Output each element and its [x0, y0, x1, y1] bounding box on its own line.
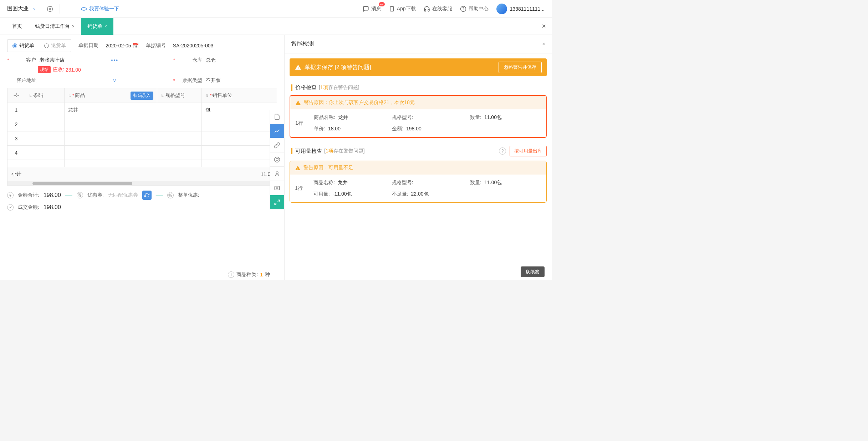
col-unit[interactable]: ⇅*销售单位 [202, 88, 259, 103]
cell[interactable] [157, 146, 202, 160]
stock-warning-body: 1行 商品名称:龙井 规格型号: 数量:11.00包 可用量:-11.00包 不… [290, 175, 546, 202]
col-goods-label: 商品 [75, 92, 85, 99]
cell[interactable] [65, 131, 157, 145]
deal-icon: ✓ [7, 204, 14, 211]
col-spec-label: 规格型号 [165, 92, 185, 99]
help-icon[interactable]: ? [499, 147, 506, 155]
table-row[interactable]: 1 龙井 包 [7, 103, 277, 117]
tab-workbench[interactable]: 钱货日清工作台× [29, 18, 81, 35]
col-barcode[interactable]: ⇅条码 [25, 88, 65, 103]
invoice-label: 票据类型 [177, 77, 202, 84]
cell[interactable] [202, 117, 259, 131]
svg-point-0 [49, 8, 51, 10]
customer-value[interactable]: 老张茶叶店 [40, 57, 111, 63]
username: 13381111111... [510, 6, 545, 12]
settings-gear-icon[interactable] [47, 5, 53, 12]
close-icon[interactable]: × [542, 41, 545, 47]
receivable-label: 应收: [53, 67, 64, 73]
minus-icon: — [65, 191, 72, 199]
cell[interactable] [65, 117, 157, 131]
cell[interactable] [25, 131, 65, 145]
messages-label: 消息 [371, 6, 381, 12]
currency-icon[interactable] [270, 181, 284, 195]
col-settings[interactable] [7, 88, 25, 103]
expand-icon[interactable] [270, 195, 284, 209]
table-row[interactable]: 4 [7, 145, 277, 160]
table-row[interactable]: 2 [7, 117, 277, 131]
warn-reason-text: 可用量不足 [328, 165, 353, 171]
stock-out-button[interactable]: 按可用量出库 [510, 146, 547, 156]
online-service-button[interactable]: 在线客服 [424, 6, 452, 12]
stock-warning-box: 警告原因： 可用量不足 1行 商品名称:龙井 规格型号: 数量:11.00包 可… [290, 161, 547, 203]
app-download-button[interactable]: App下载 [389, 6, 416, 12]
radio-return[interactable]: 退货单 [39, 40, 71, 52]
person-icon[interactable] [270, 167, 284, 181]
goods-kind-suffix: 种 [265, 271, 270, 278]
link-icon[interactable] [270, 138, 284, 152]
warn-reason-label: 警告原因： [303, 165, 328, 171]
col-spec[interactable]: ⇅规格型号 [157, 88, 202, 103]
close-all-icon[interactable]: × [542, 22, 546, 30]
svg-line-13 [275, 203, 276, 204]
table-row[interactable] [7, 160, 277, 167]
doc-icon[interactable] [270, 110, 284, 124]
calendar-icon[interactable]: 📅 [133, 43, 139, 48]
scan-button[interactable]: 扫码录入 [131, 92, 153, 100]
coupon-input[interactable]: 无匹配优惠券 [108, 192, 138, 198]
chart-icon[interactable] [270, 124, 284, 138]
refresh-coupon-button[interactable] [142, 191, 152, 200]
receivable-value: 231.00 [66, 67, 81, 73]
cell[interactable] [25, 117, 65, 131]
close-icon[interactable]: × [72, 24, 75, 29]
messages-button[interactable]: 消息 [363, 6, 381, 12]
ignore-save-button[interactable]: 忽略警告并保存 [499, 62, 542, 73]
cell-barcode[interactable] [25, 103, 65, 117]
cell[interactable] [202, 160, 259, 167]
exchange-icon[interactable] [270, 152, 284, 167]
cell[interactable] [157, 160, 202, 167]
cell[interactable] [25, 160, 65, 167]
user-menu[interactable]: 13381111111... [496, 4, 545, 14]
scroll-thumb[interactable] [32, 182, 132, 185]
tab-home[interactable]: 首页 [6, 18, 29, 35]
cell[interactable] [157, 131, 202, 145]
close-icon[interactable]: × [104, 24, 107, 29]
detail-goods-name: 商品名称:龙井 [314, 114, 385, 121]
cell[interactable] [202, 146, 259, 160]
cell[interactable] [202, 131, 259, 145]
cell-spec[interactable] [157, 103, 202, 117]
price-warning-box: 警告原因： 你上次与该客户交易价格21，本次18元 1行 商品名称:龙井 规格型… [290, 95, 547, 138]
customer-lookup-icon[interactable]: ••• [111, 57, 118, 63]
cell[interactable] [25, 146, 65, 160]
tryout-link[interactable]: 我要体验一下 [81, 6, 119, 12]
price-check-subtitle: [1项存在警告问题] [319, 84, 359, 91]
cell[interactable] [65, 160, 157, 167]
help-center-button[interactable]: 帮助中心 [460, 6, 489, 12]
app-download-label: App下载 [397, 6, 416, 12]
date-input[interactable]: 2020-02-05📅 [106, 43, 139, 48]
chevron-down-icon[interactable]: ∨ [113, 78, 116, 83]
goods-kind-count: 1 [260, 272, 263, 277]
table-row[interactable]: 3 [7, 131, 277, 145]
trash-button[interactable]: 废纸篓 [521, 266, 545, 277]
horizontal-scrollbar[interactable] [7, 181, 277, 185]
row-index: 4 [7, 146, 25, 160]
radio-sale-input[interactable] [12, 43, 17, 48]
col-unit-label: 销售单位 [212, 92, 232, 99]
tab-sales-order[interactable]: 销货单× [81, 18, 113, 35]
detail-shortage: 不足量:22.00包 [392, 191, 463, 197]
cell-unit[interactable]: 包 [202, 103, 259, 117]
warehouse-label: 仓库 [177, 57, 202, 63]
cell[interactable] [65, 146, 157, 160]
radio-return-input[interactable] [44, 43, 49, 48]
customer-label: 客户 [10, 57, 36, 63]
cell-goods[interactable]: 龙井 [65, 103, 157, 117]
svg-point-8 [276, 172, 278, 174]
col-goods[interactable]: ⇅*商品扫码录入 [65, 88, 157, 103]
cell[interactable] [157, 117, 202, 131]
company-selector[interactable]: 图图大业 ∨ [7, 5, 36, 12]
yen-icon: ¥ [7, 192, 14, 198]
invoice-value[interactable]: 不开票 [206, 77, 277, 84]
radio-sale[interactable]: 销货单 [7, 40, 39, 52]
warehouse-value[interactable]: 总仓 [206, 57, 277, 63]
